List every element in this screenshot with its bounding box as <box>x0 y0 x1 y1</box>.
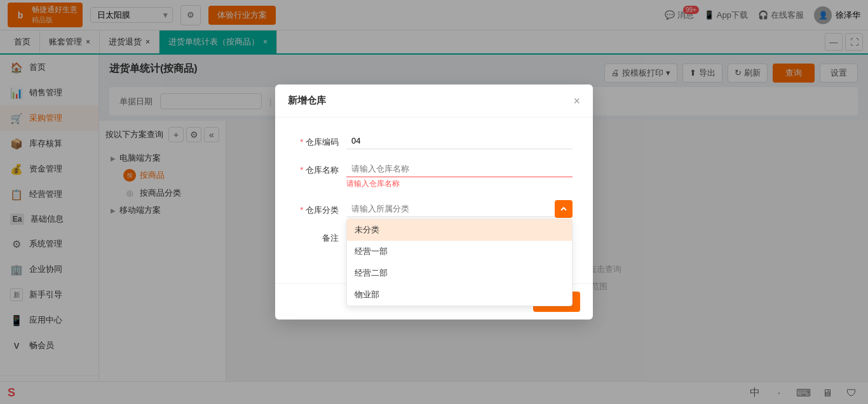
dialog-close-btn[interactable]: × <box>573 95 580 107</box>
category-control: 未分类 经营一部 经营二部 物业部 <box>346 201 573 217</box>
category-input[interactable] <box>346 201 573 217</box>
dropdown-item-dept1[interactable]: 经营一部 <box>347 241 572 262</box>
modal-overlay[interactable]: 新增仓库 × 仓库编码 仓库名称 请输入仓库名称 仓库分类 <box>0 0 868 404</box>
name-control: 请输入仓库名称 <box>346 161 573 189</box>
code-control <box>346 133 573 149</box>
name-input[interactable] <box>346 161 573 177</box>
category-dropdown-list: 未分类 经营一部 经营二部 物业部 <box>346 219 573 306</box>
add-warehouse-dialog: 新增仓库 × 仓库编码 仓库名称 请输入仓库名称 仓库分类 <box>275 84 593 320</box>
name-label: 仓库名称 <box>295 161 346 176</box>
dropdown-item-none[interactable]: 未分类 <box>347 219 572 241</box>
dialog-title: 新增仓库 <box>288 95 326 107</box>
dropdown-item-dept2[interactable]: 经营二部 <box>347 262 572 284</box>
dropdown-item-dept3[interactable]: 物业部 <box>347 284 572 306</box>
dialog-body: 仓库编码 仓库名称 请输入仓库名称 仓库分类 <box>275 118 593 283</box>
code-row: 仓库编码 <box>295 133 573 149</box>
category-row: 仓库分类 未分类 经营一部 经营二部 物业部 <box>295 201 573 217</box>
dialog-header: 新增仓库 × <box>275 84 593 118</box>
category-dropdown-btn[interactable] <box>555 200 573 218</box>
name-error-msg: 请输入仓库名称 <box>346 178 573 189</box>
code-input[interactable] <box>346 133 573 149</box>
category-label: 仓库分类 <box>295 201 346 216</box>
code-label: 仓库编码 <box>295 133 346 148</box>
remark-label: 备注 <box>295 229 346 244</box>
name-row: 仓库名称 请输入仓库名称 <box>295 161 573 189</box>
